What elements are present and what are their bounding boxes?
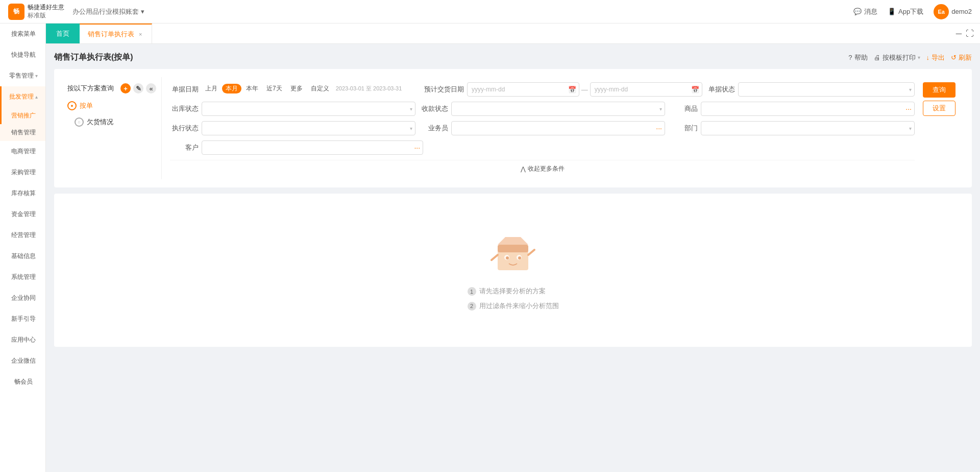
sidebar-item-ecommerce[interactable]: 电商管理 [0, 141, 45, 162]
top-header: 畅 畅捷通好生意 标准版 办公用品行业模拟账套 ▾ 💬 消息 📱 App下载 E… [0, 0, 980, 23]
sidebar-item-newbie[interactable]: 新手引导 [0, 309, 45, 329]
ecommerce-label: 电商管理 [4, 147, 43, 156]
refresh-icon: ↺ [951, 54, 957, 61]
help-button[interactable]: ? 帮助 [848, 53, 867, 62]
sales-label: 销售管理 [11, 129, 36, 136]
phone-icon: 📱 [888, 8, 896, 15]
basic-info-label: 基础信息 [4, 252, 43, 261]
customer-dots-icon[interactable]: ··· [414, 144, 420, 152]
goods-dots-icon[interactable]: ··· [905, 105, 912, 113]
sidebar-item-member[interactable]: 畅会员 [0, 371, 45, 392]
sidebar-item-enterprise[interactable]: 企业协同 [0, 288, 45, 309]
tab-right-icons: ─ ⛶ [950, 23, 980, 43]
marketing-label: 营销推广 [11, 112, 36, 119]
sidebar-item-nav[interactable]: 快捷导航 [0, 44, 45, 65]
tab-home[interactable]: 首页 [46, 23, 80, 43]
date-sep-icon: — [581, 86, 588, 93]
refresh-button[interactable]: ↺ 刷新 [951, 53, 972, 62]
collapse-row[interactable]: ⋀ 收起更多条件 [170, 160, 915, 174]
payment-status-input[interactable] [451, 102, 665, 116]
scheme-item-order[interactable]: ● 按单 [62, 98, 161, 114]
date-tab-last-month[interactable]: 上月 [202, 84, 221, 93]
tab-sales-order[interactable]: 销售订单执行表 × [80, 23, 152, 43]
sidebar-item-finance[interactable]: 资金管理 [0, 204, 45, 225]
breadcrumb[interactable]: 办公用品行业模拟账套 ▾ [72, 7, 144, 16]
query-button[interactable]: 查询 [923, 82, 955, 98]
delivery-status-input[interactable] [202, 102, 415, 116]
export-button[interactable]: ↓ 导出 [926, 53, 945, 62]
payment-status-field: 收款状态 ▾ [420, 102, 665, 116]
logo-abbr: 畅 [13, 7, 19, 16]
customer-input-wrap: ··· [202, 140, 423, 155]
expected-date-from-wrap: 📅 [467, 82, 579, 97]
status-input[interactable] [738, 82, 915, 97]
hint-num-2: 2 [468, 302, 476, 311]
dept-select-wrap: ▾ [701, 121, 915, 135]
payment-status-label: 收款状态 [420, 104, 448, 113]
setting-button[interactable]: 设置 [923, 101, 955, 116]
main-layout: 搜索菜单 快捷导航 零售管理 ▾ 批发管理 ▴ 营销推广 销售管理 电商管理 采… [0, 23, 980, 472]
dept-label: 部门 [669, 124, 698, 133]
sidebar-item-operations[interactable]: 经营管理 [0, 225, 45, 246]
maximize-icon[interactable]: ⛶ [966, 29, 974, 38]
customer-label: 客户 [170, 143, 199, 152]
salesperson-dots-icon[interactable]: ··· [656, 124, 662, 132]
exec-status-input[interactable] [202, 121, 415, 135]
dept-input[interactable] [701, 121, 915, 135]
date-tab-custom[interactable]: 自定义 [307, 84, 333, 93]
message-action[interactable]: 💬 消息 [853, 7, 877, 16]
export-label: 导出 [932, 53, 945, 62]
scheme-item-shortage[interactable]: ○ 欠货情况 [62, 114, 161, 130]
exec-status-label: 执行状态 [170, 124, 199, 133]
sidebar-item-retail[interactable]: 零售管理 ▾ [0, 65, 45, 86]
status-select-wrap: ▾ [738, 82, 915, 97]
tab-close-icon[interactable]: × [137, 31, 143, 38]
logo-text: 畅捷通好生意 标准版 [28, 4, 64, 19]
scheme-shortage-label: 欠货情况 [87, 117, 113, 127]
goods-input[interactable] [701, 102, 915, 116]
delivery-select-wrap: ▾ [202, 102, 415, 116]
avatar: Ea [934, 4, 949, 19]
app-download-action[interactable]: 📱 App下载 [888, 7, 923, 16]
scheme-add-button[interactable]: + [120, 83, 131, 93]
expected-date-to[interactable] [590, 82, 702, 97]
expected-date-from[interactable] [467, 82, 579, 97]
minimize-icon[interactable]: ─ [956, 29, 962, 38]
page-title: 销售订单执行表(按单) [54, 52, 133, 63]
sidebar-retail-label: 零售管理 [9, 72, 34, 79]
sidebar-item-search[interactable]: 搜索菜单 [0, 23, 45, 44]
scheme-collapse-button[interactable]: « [146, 83, 156, 93]
expected-date-field: 预计交货日期 📅 — 📅 [424, 82, 702, 97]
inventory-label: 库存核算 [4, 189, 43, 198]
sidebar-item-marketing[interactable]: 营销推广 [0, 107, 45, 124]
sidebar-nav-label: 快捷导航 [4, 51, 43, 59]
scheme-edit-button[interactable]: ✎ [133, 83, 143, 93]
payment-select-wrap: ▾ [451, 102, 665, 116]
sidebar-item-sales[interactable]: 销售管理 [0, 124, 45, 141]
cal-to-icon[interactable]: 📅 [691, 86, 699, 93]
scheme-col-btns: + ✎ « [120, 83, 156, 93]
content-area: 首页 销售订单执行表 × ─ ⛶ 销售订单执行表(按单) ? 帮助 [46, 23, 980, 472]
user-profile[interactable]: Ea demo2 [934, 4, 972, 19]
svg-line-7 [528, 250, 534, 255]
salesperson-input[interactable] [451, 121, 665, 135]
date-tab-this-year[interactable]: 本年 [242, 84, 262, 93]
retail-expand-icon: ▾ [35, 73, 38, 79]
customer-input[interactable] [202, 140, 423, 155]
sidebar-item-basic-info[interactable]: 基础信息 [0, 246, 45, 267]
sidebar-item-purchase[interactable]: 采购管理 [0, 162, 45, 183]
sidebar-item-inventory[interactable]: 库存核算 [0, 183, 45, 204]
sidebar-item-wholesale[interactable]: 批发管理 ▴ [0, 86, 45, 107]
empty-illustration [487, 227, 538, 278]
sidebar-item-wechat[interactable]: 企业微信 [0, 350, 45, 371]
sidebar-item-system[interactable]: 系统管理 [0, 267, 45, 288]
page-title-bar: 销售订单执行表(按单) ? 帮助 🖨 按模板打印 ▾ ↓ 导出 [54, 52, 972, 63]
cal-from-icon[interactable]: 📅 [568, 86, 576, 93]
sidebar-item-appcenter[interactable]: 应用中心 [0, 329, 45, 350]
tab-home-label: 首页 [56, 29, 69, 38]
date-tab-7days[interactable]: 近7天 [263, 84, 286, 93]
print-button[interactable]: 🖨 按模板打印 ▾ [874, 53, 920, 62]
date-tab-this-month[interactable]: 本月 [222, 84, 241, 93]
wholesale-expand-icon: ▴ [35, 94, 38, 100]
date-tab-more[interactable]: 更多 [287, 84, 306, 93]
